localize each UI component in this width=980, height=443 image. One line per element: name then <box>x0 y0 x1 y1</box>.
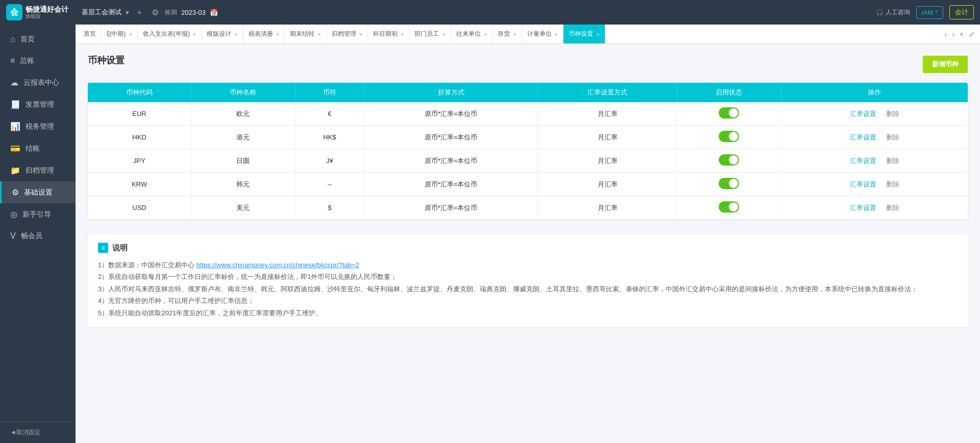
cell-code: KRW <box>88 173 191 196</box>
iam-button[interactable]: iAM * <box>916 6 943 19</box>
tab-unit[interactable]: 计量单位 × <box>522 25 564 44</box>
tab-label: 首页 <box>84 30 96 38</box>
calendar-icon[interactable]: 📅 <box>210 9 218 16</box>
tab-next-btn[interactable]: › <box>950 30 957 38</box>
sidebar-item-reports[interactable]: ☁ 云报表中心 <box>0 72 76 94</box>
tab-close-icon[interactable]: × <box>129 31 132 37</box>
help-btn[interactable]: 🎧 人工咨询 <box>876 8 910 17</box>
notes-title: ≡ 说明 <box>98 243 958 253</box>
toggle-track <box>719 154 739 166</box>
sidebar-item-settlement[interactable]: 💳 结账 <box>0 137 76 159</box>
sidebar-item-settings[interactable]: ⚙ 基础设置 <box>0 181 76 203</box>
sidebar-item-archive[interactable]: 📁 归档管理 <box>0 159 76 181</box>
tab-currency[interactable]: 币种设置 × <box>564 25 605 44</box>
page-content: 币种设置 新增币种 币种代码 币种名称 币符 折算方式 汇率设置方式 启用状态 <box>76 44 980 443</box>
kuaiji-button[interactable]: 会计 <box>949 5 974 19</box>
sidebar-item-member[interactable]: V 畅会员 <box>0 225 76 247</box>
ledger-icon: ≡ <box>10 56 15 65</box>
settings-btn[interactable]: ⚙ <box>150 8 161 17</box>
delete-link[interactable]: 删除 <box>886 180 899 188</box>
home-icon: ⌂ <box>10 35 15 44</box>
tab-expand-btn[interactable]: ⤢ <box>967 30 977 38</box>
toggle-switch[interactable] <box>719 154 739 166</box>
tab-close-icon[interactable]: × <box>401 31 404 37</box>
cell-method: 原币*汇率=本位币 <box>364 126 538 149</box>
cell-actions: 汇率设置 删除 <box>781 173 968 196</box>
rate-settings-link[interactable]: 汇率设置 <box>850 204 876 212</box>
delete-link[interactable]: 删除 <box>886 204 899 212</box>
tab-customer[interactable]: 往来单位 × <box>451 25 493 44</box>
tab-template[interactable]: 模版设计 × <box>202 25 243 44</box>
toggle-switch[interactable] <box>719 107 739 119</box>
cell-method: 原币*汇率=本位币 <box>364 149 538 173</box>
tab-close-icon[interactable]: × <box>442 31 445 37</box>
tab-close-icon[interactable]: × <box>234 31 237 37</box>
tab-home[interactable]: 首页 <box>79 25 102 44</box>
tab-close-icon[interactable]: × <box>555 31 558 37</box>
company-dropdown-icon[interactable]: ▾ <box>126 9 129 16</box>
tab-label: 部门员工 <box>414 30 439 38</box>
cell-method: 原币*汇率=本位币 <box>364 173 538 196</box>
sidebar-pin-toggle[interactable]: ◄取消固定 <box>0 422 76 443</box>
toggle-track <box>719 201 739 213</box>
page-inner: 币种设置 新增币种 币种代码 币种名称 币符 折算方式 汇率设置方式 启用状态 <box>88 54 968 327</box>
cell-name: 日圆 <box>191 149 296 173</box>
toggle-switch[interactable] <box>719 201 739 213</box>
cell-name: 港元 <box>191 126 296 149</box>
tab-close-icon[interactable]: × <box>484 31 487 37</box>
sidebar-item-home[interactable]: ⌂ 首页 <box>0 29 76 50</box>
toggle-switch[interactable] <box>719 131 739 142</box>
tab-subject[interactable]: 科目期初 × <box>368 25 409 44</box>
table-row: KRW 韩元 -- 原币*汇率=本位币 月汇率 汇率设置 删除 <box>88 173 968 196</box>
rate-settings-link[interactable]: 汇率设置 <box>850 110 876 118</box>
tab-close-icon[interactable]: × <box>193 31 196 37</box>
tab-close-icon[interactable]: × <box>359 31 362 37</box>
cell-rate-method: 月汇率 <box>538 149 677 173</box>
tab-close-icon[interactable]: × <box>513 31 516 37</box>
toggle-switch[interactable] <box>719 178 739 189</box>
company-name: 基层工会测试 <box>82 8 121 17</box>
tab-close-all-btn[interactable]: × <box>958 30 966 38</box>
tab-period[interactable]: ξ(中期) × <box>102 25 138 44</box>
delete-link[interactable]: 删除 <box>886 157 899 165</box>
sidebar-item-label: 总账 <box>20 56 34 65</box>
delete-link[interactable]: 删除 <box>886 133 899 141</box>
add-company-btn[interactable]: ＋ <box>133 7 145 18</box>
sidebar-item-label: 云报表中心 <box>23 78 59 87</box>
notes-item: 5）系统只能自动抓取2021年度后的汇率，之前年度汇率需要用户手工维护。 <box>98 307 958 319</box>
tab-archive[interactable]: 归档管理 × <box>327 25 368 44</box>
cell-actions: 汇率设置 删除 <box>781 196 968 220</box>
notes-link[interactable]: https://www.chinamoney.com.cn/chinese/bk… <box>197 261 359 269</box>
sidebar-item-guide[interactable]: ◎ 新手引导 <box>0 203 76 225</box>
rate-settings-link[interactable]: 汇率设置 <box>850 180 876 188</box>
cell-actions: 汇率设置 删除 <box>781 102 968 126</box>
tab-tax[interactable]: 税表清册 × <box>243 25 285 44</box>
delete-link[interactable]: 删除 <box>886 110 899 118</box>
sidebar-item-tax[interactable]: 📊 税务管理 <box>0 115 76 137</box>
notes-item: 3）人民币对马来西亚林吉特、俄罗斯卢布、南非兰特、韩元、阿联西迪拉姆、沙特里亚尔… <box>98 283 958 295</box>
new-currency-button[interactable]: 新增币种 <box>923 56 968 73</box>
col-actions: 操作 <box>781 83 968 102</box>
tab-dept[interactable]: 部门员工 × <box>409 25 451 44</box>
period-label: 账期 <box>165 8 177 17</box>
tab-close-icon[interactable]: × <box>596 31 599 37</box>
rate-settings-link[interactable]: 汇率设置 <box>850 133 876 141</box>
app-logo: 会 畅捷通好会计 旗舰版 <box>6 4 82 20</box>
table-row: USD 美元 $ 原币*汇率=本位币 月汇率 汇率设置 删除 <box>88 196 968 220</box>
help-label: 人工咨询 <box>886 8 910 17</box>
tab-close-icon[interactable]: × <box>317 31 321 37</box>
tab-prev-btn[interactable]: ‹ <box>942 30 949 38</box>
app-edition: 旗舰版 <box>26 13 68 19</box>
sidebar-item-invoice[interactable]: 🧾 发票管理 <box>0 94 76 115</box>
tab-label: 存货 <box>498 30 510 38</box>
tab-period-end[interactable]: 期末结转 × <box>285 25 326 44</box>
logo-text: 畅捷通好会计 旗舰版 <box>26 5 68 20</box>
tab-label: 计量单位 <box>527 30 552 38</box>
rate-settings-link[interactable]: 汇率设置 <box>850 157 876 165</box>
notes-title-text: 说明 <box>112 243 128 253</box>
tab-inventory[interactable]: 存货 × <box>493 25 522 44</box>
tab-close-icon[interactable]: × <box>276 31 279 37</box>
sidebar-item-ledger[interactable]: ≡ 总账 <box>0 50 76 72</box>
tab-income[interactable]: 收入支出表(年报) × <box>138 25 202 44</box>
cell-code: EUR <box>88 102 191 126</box>
